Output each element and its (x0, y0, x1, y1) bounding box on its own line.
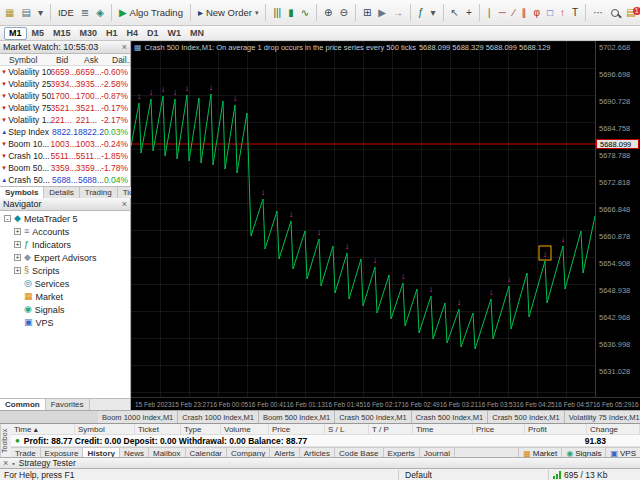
history-column-price[interactable]: Price (473, 424, 525, 434)
line-chart-button[interactable]: ∿ (298, 7, 312, 19)
history-column-type[interactable]: Type (181, 424, 221, 434)
market-watch-row[interactable]: ▼Volatility 1..221...221...-2.17% (0, 114, 130, 126)
expand-icon[interactable]: + (14, 267, 21, 274)
status-profile[interactable]: Default (398, 470, 548, 480)
chart-tab-3[interactable]: Crash 500 Index,M1 (335, 411, 412, 423)
mql5-community-button[interactable]: ◈ (93, 7, 107, 19)
vertical-line-button[interactable]: ∣ (484, 7, 495, 19)
history-column-symbol[interactable]: Symbol (75, 424, 135, 434)
cursor-button[interactable]: ↖ (448, 7, 462, 19)
new-chart-button[interactable]: ▦ (2, 7, 17, 19)
timeframe-m5[interactable]: M5 (28, 27, 49, 40)
market-watch-close-icon[interactable]: × (122, 43, 127, 52)
chart-tab-6[interactable]: Volatility 75 Index,M1 (565, 411, 640, 423)
market-watch-row[interactable]: ▲Crash 50...5688...5688...0.04% (0, 174, 130, 186)
market-watch-column-dail[interactable]: Dail... (112, 55, 130, 65)
chart-tab-1[interactable]: Crash 1000 Index,M1 (178, 411, 259, 423)
price-axis[interactable]: 5688.099 5702.6685696.6985690.7285684.75… (595, 41, 640, 397)
navigator-tab-common[interactable]: Common (0, 399, 46, 410)
market-watch-row[interactable]: ▼Volatility 75..3521...3521...-0.17% (0, 102, 130, 114)
market-watch-tab-trading[interactable]: Trading (80, 187, 118, 198)
candlesticks-button[interactable]: ▮ (285, 7, 297, 19)
indicators-button[interactable]: ƒ (415, 7, 427, 19)
history-column-s-l[interactable]: S / L (325, 424, 369, 434)
market-watch-row[interactable]: ▼Crash 10...5511...5511...-1.85% (0, 150, 130, 162)
market-watch-column-bid[interactable]: Bid (56, 55, 84, 65)
strategy-tester-bar[interactable]: × ▪ Strategy Tester (0, 457, 640, 468)
history-column-price[interactable]: Price (269, 424, 325, 434)
market-watch-row[interactable]: ▼Boom 50...3359...3359...-1.78% (0, 162, 130, 174)
trendline-button[interactable]: ∕ (510, 7, 518, 19)
navigator-item-scripts[interactable]: +§Scripts (0, 264, 130, 277)
navigator-close-icon[interactable]: × (122, 200, 127, 209)
market-watch-row[interactable]: ▼Volatility 10..6659...6659...-0.60% (0, 66, 130, 78)
market-watch-row[interactable]: ▼Volatility 50..1700...1700...-0.87% (0, 90, 130, 102)
history-column-profit[interactable]: Profit (525, 424, 587, 434)
search-button[interactable] (608, 8, 622, 18)
chart-tab-0[interactable]: Boom 1000 Index,M1 (98, 411, 178, 423)
history-summary-row[interactable]: ● Profit: 88.77 Credit: 0.00 Deposit: 0.… (11, 435, 640, 447)
profiles-dropdown-button[interactable]: ▾ (35, 7, 46, 19)
auto-scroll-button[interactable]: ▶ (375, 7, 389, 19)
time-axis[interactable]: 15 Feb 202315 Feb 23:2716 Feb 00:0516 Fe… (131, 397, 640, 410)
history-column-volume[interactable]: Volume (221, 424, 269, 434)
expand-icon[interactable]: + (14, 228, 21, 235)
crosshair-button[interactable]: + (463, 7, 475, 19)
market-watch-tab-symbols[interactable]: Symbols (0, 187, 44, 198)
timeframe-m1[interactable]: M1 (4, 27, 27, 40)
arrows-button[interactable]: ↑ (557, 7, 568, 19)
tile-windows-button[interactable]: ⊞ (360, 7, 374, 19)
market-watch-row[interactable]: ▼Boom 10...1003...1003...-0.24% (0, 138, 130, 150)
new-order-button[interactable]: ▸New Order▾ (195, 6, 261, 19)
chart-tab-4[interactable]: Crash 500 Index,M1 (412, 411, 489, 423)
timeframe-m15[interactable]: M15 (49, 27, 75, 40)
collapse-icon[interactable]: - (4, 215, 11, 222)
navigator-tab-favorites[interactable]: Favorites (46, 399, 90, 410)
depth-of-market-button[interactable]: ≣ (78, 7, 92, 19)
chart-tab-2[interactable]: Boom 500 Index,M1 (259, 411, 335, 423)
algo-trading-button[interactable]: ▶Algo Trading (116, 6, 186, 19)
notifications-button[interactable]: ▤1 (623, 7, 638, 19)
navigator-item-vps[interactable]: ▣VPS (0, 316, 130, 329)
market-watch-column-ask[interactable]: Ask (84, 55, 112, 65)
timeframe-h1[interactable]: H1 (102, 27, 122, 40)
history-column-t-p[interactable]: T / P (369, 424, 413, 434)
profiles-button[interactable]: ▤ (18, 7, 33, 19)
timeframe-m30[interactable]: M30 (76, 27, 102, 40)
market-watch-row[interactable]: ▲Step Index8822.18822.20.03% (0, 126, 130, 138)
market-watch-column-symbol[interactable]: Symbol (0, 55, 56, 65)
history-column-change[interactable]: Change (587, 424, 640, 434)
history-column-ticket[interactable]: Ticket (135, 424, 181, 434)
toolbox-vertical-label[interactable]: Toolbox (0, 424, 11, 457)
text-label-button[interactable]: T (569, 7, 581, 19)
fibonacci-button[interactable]: φ (531, 7, 543, 19)
market-watch-tab-details[interactable]: Details (44, 187, 79, 198)
shapes-button[interactable]: □ (544, 7, 556, 19)
market-watch-row[interactable]: ▼Volatility 25..3934...3935...-2.58% (0, 78, 130, 90)
more-tools-button[interactable]: ⋯ (590, 7, 606, 19)
navigator-item-accounts[interactable]: +≡Accounts (0, 225, 130, 238)
indicators-dropdown-button[interactable]: ▾ (428, 7, 439, 19)
expand-icon[interactable]: + (14, 241, 21, 248)
chart-shift-button[interactable]: → (390, 7, 406, 19)
horizontal-line-button[interactable]: ─ (496, 7, 509, 19)
navigator-item-indicators[interactable]: +ƒIndicators (0, 238, 130, 251)
chart-plot[interactable]: ↓↓↓↓↓↓↓↓↓↓↓↓↓↓↓↓↓↓↓ ▦ Crash 500 Index,M1… (131, 41, 595, 397)
strategy-tester-close-icon[interactable]: × (3, 458, 8, 468)
expand-icon[interactable]: + (14, 254, 21, 261)
navigator-item-signals[interactable]: ◉Signals (0, 303, 130, 316)
chart-tab-5[interactable]: Crash 500 Index,M1 (488, 411, 565, 423)
timeframe-d1[interactable]: D1 (143, 27, 163, 40)
zoom-out-button[interactable]: ⊖ (337, 7, 351, 19)
timeframe-mn[interactable]: MN (186, 27, 208, 40)
navigator-item-expert-advisors[interactable]: +◆Expert Advisors (0, 251, 130, 264)
history-column-time[interactable]: Time (413, 424, 473, 434)
equidistant-channel-button[interactable]: ∥ (519, 7, 530, 19)
zoom-in-button[interactable]: ⊕ (321, 7, 335, 19)
bars-chart-button[interactable]: ||| (270, 7, 284, 19)
timeframe-w1[interactable]: W1 (164, 27, 186, 40)
history-column-time[interactable]: Time ▴ (11, 424, 75, 434)
timeframe-h4[interactable]: H4 (123, 27, 143, 40)
navigator-root[interactable]: -◆MetaTrader 5 (0, 212, 130, 225)
ide-button[interactable]: IDE (55, 6, 77, 19)
